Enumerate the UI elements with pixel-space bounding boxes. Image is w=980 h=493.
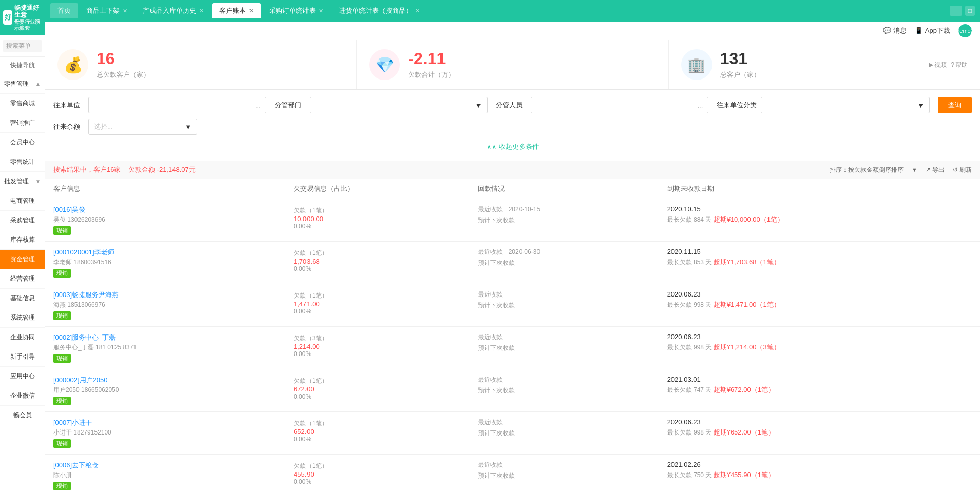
sidebar-item-marketing[interactable]: 营销推广 (0, 113, 45, 133)
overdue-link[interactable]: 超期¥1,471.00（1笔） (714, 301, 780, 308)
overdue-link[interactable]: 超期¥455.90（1笔） (714, 471, 775, 479)
sidebar-item-finance[interactable]: 资金管理 (0, 250, 45, 269)
sidebar-item-ecom[interactable]: 电商管理 (0, 191, 45, 211)
filter-balance: 往来余额 选择... ▼ (53, 119, 197, 135)
due-date: 2020.10.15 (667, 205, 972, 213)
sidebar: 好 畅捷通好生意 母婴行业演示账套 搜索菜单 快捷导航 零售管理 ▲ 零售商城 … (0, 0, 45, 493)
overdue-link[interactable]: 超期¥1,703.68（1笔） (714, 258, 780, 266)
sidebar-item-wechat[interactable]: 企业微信 (0, 386, 45, 406)
filter-balance-select[interactable]: 选择... ▼ (88, 119, 197, 135)
app-download-button[interactable]: 📱 App下载 (915, 26, 950, 35)
customer-tag: 现销 (53, 354, 71, 363)
query-button[interactable]: 查询 (938, 97, 972, 113)
customer-contact: 陈小册 (53, 471, 277, 480)
help-action-button[interactable]: ? 帮助 (951, 61, 968, 69)
sidebar-item-collab[interactable]: 企业协同 (0, 328, 45, 347)
cell-repayment-3: 最近收款 预计下次收款 (470, 327, 659, 369)
tab-close-product-shelf[interactable]: ✕ (123, 8, 127, 14)
cell-repayment-4: 最近收款 预计下次收款 (470, 369, 659, 412)
sidebar-item-guide[interactable]: 新手引导 (0, 347, 45, 367)
debt-amount[interactable]: 1,703.68 (294, 258, 462, 265)
sidebar-item-member[interactable]: 会员中心 (0, 133, 45, 152)
sidebar-item-system[interactable]: 系统管理 (0, 308, 45, 328)
debt-amount[interactable]: 1,214.00 (294, 343, 462, 350)
stat-card-debt-customers: 💰 16 总欠款客户（家） (45, 40, 357, 89)
sidebar-search-area: 搜索菜单 (0, 35, 45, 57)
customer-name-link[interactable]: [0002]服务中心_丁磊 (53, 333, 116, 341)
customer-name-link[interactable]: [0001020001]李老师 (53, 248, 114, 256)
filter-supplier-input[interactable]: ... (88, 97, 266, 113)
customer-contact: 小进干 18279152100 (53, 428, 277, 437)
cell-customer-0: [0016]吴俊 吴俊 13026203696 现销 (45, 199, 285, 242)
sidebar-item-retail-mall[interactable]: 零售商城 (0, 94, 45, 113)
filter-collapse-button[interactable]: ∧∧ 收起更多条件 (53, 140, 972, 153)
message-button[interactable]: 💬 消息 (883, 26, 907, 35)
sidebar-item-retail-stats[interactable]: 零售统计 (0, 152, 45, 172)
sidebar-logo[interactable]: 好 畅捷通好生意 母婴行业演示账套 (0, 0, 45, 35)
tab-close-inventory-stats[interactable]: ✕ (415, 8, 420, 14)
customer-contact: 用户2050 18665062050 (53, 386, 277, 395)
debt-amount[interactable]: 672.00 (294, 385, 462, 393)
debt-count: 欠款（1笔） (294, 291, 462, 300)
tab-close-customer-account[interactable]: ✕ (249, 8, 254, 14)
window-maximize-button[interactable]: □ (965, 6, 975, 16)
tab-customer-account[interactable]: 客户账本 ✕ (212, 3, 261, 18)
debt-percent: 0.00% (294, 393, 462, 400)
window-minimize-button[interactable]: — (950, 6, 962, 16)
sidebar-item-inventory[interactable]: 库存核算 (0, 230, 45, 250)
sidebar-item-ops[interactable]: 经营管理 (0, 269, 45, 289)
customer-table-container: 客户信息 欠交易信息（占比） 回款情况 到期未收款日期 [0016]吴俊 吴俊 … (45, 179, 980, 493)
cell-due-4: 2021.03.01 最长欠款 747 天 超期¥672.00（1笔） (659, 369, 980, 412)
customer-name-link[interactable]: [0007]小进干 (53, 419, 92, 426)
video-action-button[interactable]: ▶ 视频 (929, 61, 947, 69)
filter-dept-select[interactable]: ▼ (310, 97, 488, 113)
debt-amount[interactable]: 652.00 (294, 428, 462, 436)
customer-tag: 现销 (53, 311, 71, 320)
overdue-link[interactable]: 超期¥1,214.00（3笔） (714, 343, 780, 351)
cell-repayment-2: 最近收款 预计下次收款 (470, 284, 659, 327)
stat-value-debt-total: -2.11 (408, 50, 455, 68)
sidebar-item-retail-mgmt[interactable]: 零售管理 ▲ (0, 74, 45, 94)
sidebar-item-vip[interactable]: 畅会员 (0, 406, 45, 425)
cell-due-5: 2020.06.23 最长欠款 998 天 超期¥652.00（1笔） (659, 412, 980, 455)
cell-debt-1: 欠款（1笔） 1,703.68 0.00% (285, 242, 470, 284)
sidebar-item-quick-nav[interactable]: 快捷导航 (0, 57, 45, 74)
filter-row-2: 往来余额 选择... ▼ (53, 119, 972, 135)
cell-customer-6: [0006]去下粮仓 陈小册 现销 (45, 455, 285, 494)
filter-supplier-category: 往来单位分类 ▼ (717, 97, 930, 113)
customer-name-link[interactable]: [000002]用户2050 (53, 376, 108, 384)
export-button[interactable]: ↗ 导出 (926, 166, 945, 174)
tab-purchase-order[interactable]: 采购订单统计表 ✕ (262, 3, 331, 18)
debt-amount[interactable]: 455.90 (294, 470, 462, 478)
tab-product-shelf[interactable]: 商品上下架 ✕ (79, 3, 134, 18)
tab-close-product-history[interactable]: ✕ (199, 8, 204, 14)
customer-name-link[interactable]: [0016]吴俊 (53, 206, 85, 213)
cell-due-1: 2020.11.15 最长欠款 853 天 超期¥1,703.68（1笔） (659, 242, 980, 284)
sidebar-item-batch-mgmt[interactable]: 批发管理 ▼ (0, 172, 45, 191)
tab-product-history[interactable]: 产成品入库单历史 ✕ (136, 3, 211, 18)
customer-name-link[interactable]: [0003]畅捷服务尹海燕 (53, 291, 119, 299)
filter-supplier-category-select[interactable]: ▼ (761, 97, 930, 113)
user-menu[interactable]: demo2 (958, 24, 972, 37)
stat-label-debt-customers: 总欠款客户（家） (97, 70, 150, 80)
customer-tag: 现销 (53, 226, 71, 235)
sidebar-item-apps[interactable]: 应用中心 (0, 367, 45, 386)
debt-amount[interactable]: 1,471.00 (294, 300, 462, 308)
sidebar-item-basic[interactable]: 基础信息 (0, 289, 45, 308)
cell-repayment-6: 最近收款 预计下次收款 (470, 455, 659, 494)
overdue-link[interactable]: 超期¥672.00（1笔） (714, 386, 775, 393)
debt-amount[interactable]: 10,000.00 (294, 215, 462, 223)
overdue-link[interactable]: 超期¥10,000.00（1笔） (714, 215, 784, 223)
message-icon: 💬 (883, 27, 891, 34)
search-menu-button[interactable]: 搜索菜单 (3, 40, 42, 52)
tab-home[interactable]: 首页 (50, 3, 78, 18)
customer-name-link[interactable]: [0006]去下粮仓 (53, 461, 99, 469)
filter-person-input[interactable]: ... (531, 97, 709, 113)
refresh-button[interactable]: ↺ 刷新 (953, 166, 972, 174)
tab-close-purchase-order[interactable]: ✕ (319, 8, 323, 14)
overdue-link[interactable]: 超期¥652.00（1笔） (714, 428, 775, 436)
debt-count: 欠款（1笔） (294, 377, 462, 385)
table-row: [0007]小进干 小进干 18279152100 现销 欠款（1笔） 652.… (45, 412, 980, 455)
tab-inventory-stats[interactable]: 进货单统计表（按商品） ✕ (332, 3, 427, 18)
sidebar-item-purchase[interactable]: 采购管理 (0, 211, 45, 230)
